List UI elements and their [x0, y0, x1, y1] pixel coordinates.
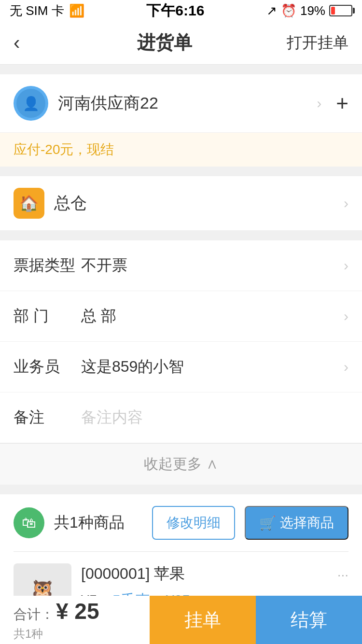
salesperson-value: 这是859的小智 [81, 356, 344, 378]
collapse-row[interactable]: 收起更多 ∧ [0, 443, 362, 485]
products-count: 共1种商品 [54, 512, 142, 533]
product-more-button[interactable]: ··· [337, 567, 348, 583]
collapse-text: 收起更多 ∧ [144, 456, 218, 472]
battery-percentage: 19% [300, 3, 325, 18]
nav-bar: ‹ 进货单 打开挂单 [0, 21, 362, 65]
total-amount: ¥ 25 [56, 598, 99, 624]
salesperson-label: 业务员 [14, 356, 81, 378]
total-info: 合计： ¥ 25 共1种 [0, 598, 150, 642]
status-time: 下午6:16 [146, 1, 204, 21]
department-label: 部 门 [14, 306, 81, 327]
invoice-type-label: 票据类型 [14, 255, 81, 276]
warehouse-icon: 🏠 [14, 188, 44, 219]
back-button[interactable]: ‹ [14, 32, 42, 54]
divider-2 [0, 231, 362, 240]
warehouse-chevron-icon: › [344, 195, 348, 211]
select-product-label: 选择商品 [280, 514, 334, 532]
form-section: 票据类型 不开票 › 部 门 总 部 › 业务员 这是859的小智 › 备注 备… [0, 240, 362, 485]
wifi-icon: 📶 [69, 3, 84, 18]
products-header: 🛍 共1种商品 修改明细 🛒 选择商品 [0, 494, 362, 551]
warehouse-row[interactable]: 🏠 总仓 › [0, 176, 362, 231]
location-icon: ↗ [266, 3, 277, 18]
department-row[interactable]: 部 门 总 部 › [0, 291, 362, 342]
total-label: 合计： [14, 605, 54, 624]
total-count: 共1种 [14, 626, 136, 642]
invoice-type-row[interactable]: 票据类型 不开票 › [0, 240, 362, 291]
status-left: 无 SIM 卡 📶 [10, 2, 84, 19]
select-product-button[interactable]: 🛒 选择商品 [245, 506, 348, 540]
notice-text: 应付-20元，现结 [14, 142, 114, 157]
department-chevron-icon: › [344, 308, 348, 324]
notice-bar: 应付-20元，现结 [0, 133, 362, 167]
bottom-bar: 合计： ¥ 25 共1种 挂单 结算 [0, 596, 362, 644]
divider-1 [0, 167, 362, 176]
battery-fill [331, 7, 335, 14]
top-divider [0, 65, 362, 74]
invoice-type-chevron-icon: › [344, 257, 348, 274]
remark-row[interactable]: 备注 备注内容 [0, 392, 362, 443]
avatar-icon: 👤 [16, 89, 45, 118]
page-title: 进货单 [137, 30, 192, 55]
product-code: [0000001] [81, 565, 150, 582]
status-bar: 无 SIM 卡 📶 下午6:16 ↗ ⏰ 19% [0, 0, 362, 21]
salesperson-row[interactable]: 业务员 这是859的小智 › [0, 342, 362, 392]
select-icon: 🛒 [259, 515, 276, 531]
carrier-label: 无 SIM 卡 [10, 2, 64, 19]
status-right: ↗ ⏰ 19% [266, 3, 352, 18]
salesperson-chevron-icon: › [344, 359, 348, 375]
invoice-type-value: 不开票 [81, 255, 344, 276]
edit-detail-button[interactable]: 修改明细 [152, 506, 235, 540]
supplier-section: 👤 河南供应商22 › + 应付-20元，现结 [0, 74, 362, 167]
supplier-chevron-icon[interactable]: › [317, 95, 321, 112]
warehouse-section: 🏠 总仓 › [0, 176, 362, 231]
hold-button[interactable]: 挂单 [150, 596, 256, 644]
battery-indicator [329, 5, 352, 16]
products-icon: 🛍 [14, 507, 44, 538]
add-supplier-button[interactable]: + [336, 91, 348, 115]
department-value: 总 部 [81, 306, 344, 327]
open-hold-button[interactable]: 打开挂单 [287, 32, 348, 54]
remark-input[interactable]: 备注内容 [81, 407, 348, 428]
remark-label: 备注 [14, 407, 81, 428]
divider-3 [0, 485, 362, 494]
supplier-avatar: 👤 [14, 86, 48, 121]
supplier-name: 河南供应商22 [58, 92, 317, 114]
checkout-button[interactable]: 结算 [256, 596, 362, 644]
alarm-icon: ⏰ [281, 3, 296, 18]
warehouse-name: 总仓 [54, 192, 344, 214]
supplier-row: 👤 河南供应商22 › + [0, 74, 362, 133]
product-name: [0000001] 苹果 [81, 563, 328, 585]
product-title: 苹果 [154, 565, 185, 582]
